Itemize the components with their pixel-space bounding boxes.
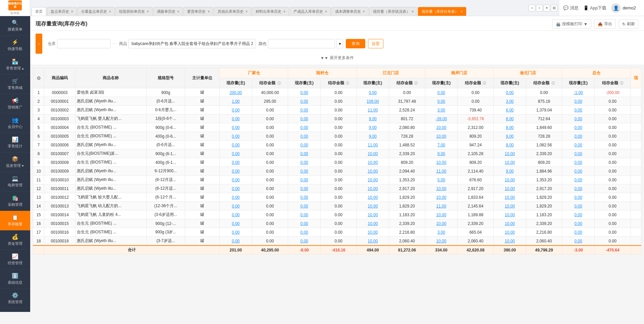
fc-qty[interactable]: 0.00 bbox=[219, 176, 252, 184]
tab-close-6[interactable]: × bbox=[246, 10, 248, 13]
lc-qty[interactable]: 0.00 bbox=[288, 141, 321, 149]
export-btn[interactable]: 📤 导出 bbox=[594, 19, 616, 29]
jb-qty[interactable]: 10.00 bbox=[357, 184, 389, 193]
fc-qty[interactable]: 0.00 bbox=[219, 228, 252, 237]
sidebar-item-retail-mgr[interactable]: 🏪 零售管理 ▲ bbox=[0, 55, 30, 75]
sidebar-item-retail-stats[interactable]: 📊 零售统计 bbox=[0, 133, 30, 152]
lc-qty[interactable]: 0.00 bbox=[288, 114, 321, 123]
lc-info-icon[interactable]: ⓘ bbox=[346, 81, 349, 85]
tab-close-2[interactable]: × bbox=[109, 10, 111, 13]
fc-qty[interactable]: 0.00 bbox=[219, 114, 252, 123]
jb-qty[interactable]: 10.00 bbox=[357, 237, 389, 246]
sidebar-item-basic[interactable]: ℹ️ 基础信息 bbox=[0, 269, 30, 289]
tab-4[interactable]: 调拨单历史 × bbox=[153, 7, 183, 16]
lc-qty[interactable]: 0.00 bbox=[288, 88, 321, 97]
zc-qty[interactable]: 0.00 bbox=[562, 97, 595, 106]
tab-close-3[interactable]: × bbox=[147, 10, 149, 13]
tab-11[interactable]: 现存量（库存分布表） × bbox=[418, 7, 466, 16]
msg-btn[interactable]: 💬 消息 bbox=[563, 5, 579, 11]
lc-qty[interactable]: 0.00 bbox=[288, 184, 321, 193]
sidebar-item-inventory[interactable]: 📋 库存核算 bbox=[0, 211, 30, 230]
lc-qty[interactable]: 0.00 bbox=[288, 158, 321, 167]
yb-qty[interactable]: 10.00 bbox=[494, 193, 526, 202]
zc-qty[interactable]: 0.00 bbox=[562, 123, 595, 132]
na-qty[interactable]: 10.00 bbox=[425, 132, 458, 141]
na-qty[interactable]: 3.00 bbox=[425, 106, 458, 114]
fc-qty[interactable]: 0.00 bbox=[219, 132, 252, 141]
na-qty[interactable]: 10.00 bbox=[425, 211, 458, 219]
na-info-icon[interactable]: ⓘ bbox=[483, 81, 486, 85]
na-qty[interactable]: 10.00 bbox=[425, 237, 458, 246]
yb-qty[interactable]: 10.00 bbox=[494, 184, 526, 193]
yb-qty[interactable]: 10.00 bbox=[494, 237, 526, 246]
zc-qty[interactable]: 0.00 bbox=[562, 167, 595, 176]
tab-close-1[interactable]: × bbox=[71, 10, 73, 13]
na-qty[interactable]: 10.00 bbox=[425, 184, 458, 193]
zc-qty[interactable]: 0.00 bbox=[562, 193, 595, 202]
zc-qty[interactable]: 0.00 bbox=[562, 211, 595, 219]
yb-qty[interactable]: 10.00 bbox=[494, 149, 526, 158]
fc-qty[interactable]: 0.00 bbox=[219, 193, 252, 202]
na-qty[interactable]: 7.00 bbox=[425, 141, 458, 149]
goods-input[interactable] bbox=[128, 39, 256, 48]
warehouse-input[interactable] bbox=[57, 39, 111, 48]
sidebar-item-nav[interactable]: ⚡ 快捷导航 bbox=[0, 36, 30, 55]
na-qty[interactable]: 11.00 bbox=[425, 167, 458, 176]
jb-qty[interactable]: 11.00 bbox=[357, 141, 389, 149]
zc-qty[interactable]: 0.00 bbox=[562, 228, 595, 237]
expand-conditions-btn[interactable]: ▼▼ 展开更多条件 bbox=[320, 55, 354, 61]
na-qty[interactable]: 0.00 bbox=[425, 88, 458, 97]
na-qty[interactable]: 10.00 bbox=[425, 158, 458, 167]
lc-qty[interactable]: 0.00 bbox=[288, 132, 321, 141]
jb-qty[interactable]: 9.00 bbox=[357, 114, 389, 123]
na-qty[interactable]: 9.00 bbox=[425, 149, 458, 158]
lc-qty[interactable]: 0.00 bbox=[288, 106, 321, 114]
tab-close-all-btn[interactable]: × bbox=[543, 5, 550, 11]
tab-5[interactable]: 要货单历史 × bbox=[183, 7, 213, 16]
color-dropdown-btn[interactable]: ▼ bbox=[336, 39, 343, 48]
lc-qty[interactable]: 0.00 bbox=[288, 202, 321, 211]
sidebar-item-ecommerce[interactable]: 💻 电商管理 bbox=[0, 172, 30, 191]
user-menu[interactable]: 👤 demo2 bbox=[611, 3, 636, 13]
yb-qty[interactable]: 8.00 bbox=[494, 114, 526, 123]
zc-qty[interactable]: 0.00 bbox=[562, 158, 595, 167]
jb-qty[interactable]: 10.00 bbox=[357, 202, 389, 211]
yb-qty[interactable]: 8.00 bbox=[494, 123, 526, 132]
zc-qty[interactable]: -1.00 bbox=[562, 88, 595, 97]
yb-qty[interactable]: 10.00 bbox=[494, 219, 526, 228]
sidebar-item-finance[interactable]: 💰 资金管理 bbox=[0, 230, 30, 250]
col-settings-icon[interactable]: ⚙ bbox=[37, 76, 41, 81]
tab-10[interactable]: 现存量（库存状况表） × bbox=[369, 7, 418, 16]
settings-btn[interactable]: 设置 bbox=[368, 39, 383, 48]
yb-qty[interactable]: 10.00 bbox=[494, 202, 526, 211]
fc-qty[interactable]: 0.00 bbox=[219, 219, 252, 228]
na-qty[interactable]: 3.00 bbox=[425, 228, 458, 237]
fc-qty[interactable]: 0.00 bbox=[219, 141, 252, 149]
lc-qty[interactable]: 0.00 bbox=[288, 193, 321, 202]
lc-qty[interactable]: 0.00 bbox=[288, 149, 321, 158]
yb-qty[interactable]: 10.00 bbox=[494, 228, 526, 237]
tab-3[interactable]: 组装拆卸单历史 × bbox=[115, 7, 153, 16]
na-qty[interactable]: 5.00 bbox=[425, 176, 458, 184]
zc-qty[interactable]: 0.00 bbox=[562, 237, 595, 246]
sidebar-item-system[interactable]: ⚙️ 系统管理 bbox=[0, 289, 30, 308]
collapse-btn[interactable]: › bbox=[36, 34, 42, 54]
sidebar-item-shop[interactable]: 🛒 零售商城 bbox=[0, 75, 30, 94]
sidebar-item-collab[interactable]: 🤝 企业协同 bbox=[0, 308, 30, 312]
na-qty[interactable]: -39.00 bbox=[425, 114, 458, 123]
fc-qty[interactable]: 0.00 bbox=[219, 237, 252, 246]
yb-qty[interactable]: 10.00 bbox=[494, 176, 526, 184]
tab-prev-btn[interactable]: ‹ bbox=[529, 5, 535, 11]
yb-info-icon[interactable]: ⓘ bbox=[551, 81, 555, 85]
jb-qty[interactable]: 10.00 bbox=[357, 211, 389, 219]
zc-qty[interactable]: 0.00 bbox=[562, 202, 595, 211]
yb-qty[interactable]: 6.00 bbox=[494, 106, 526, 114]
zc-qty[interactable]: 0.00 bbox=[562, 141, 595, 149]
jb-qty[interactable]: 11.00 bbox=[357, 106, 389, 114]
sidebar-item-wholesale[interactable]: 📦 批发管理 ▼ bbox=[0, 152, 30, 172]
na-qty[interactable]: 0.00 bbox=[425, 97, 458, 106]
na-qty[interactable]: 11.00 bbox=[425, 202, 458, 211]
zc-qty[interactable]: 0.00 bbox=[562, 114, 595, 123]
jb-qty[interactable]: 10.00 bbox=[357, 176, 389, 184]
tab-2[interactable]: 分量盘点单历史 × bbox=[77, 7, 115, 16]
